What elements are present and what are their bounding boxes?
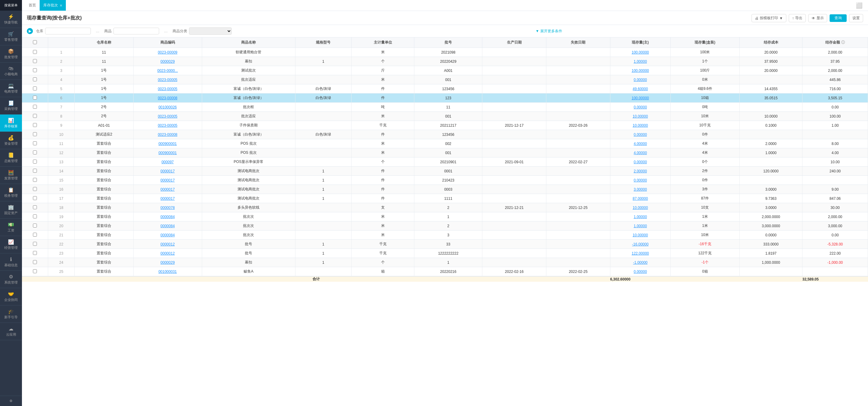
row-checkbox[interactable]: [22, 267, 48, 276]
sidebar-item-purchase[interactable]: 🧾 采购管理: [0, 97, 22, 114]
row-qty-main: 0.00000: [610, 158, 671, 167]
row-checkbox[interactable]: [22, 231, 48, 240]
sidebar-item-ledger[interactable]: 📒 总账管理: [0, 149, 22, 167]
row-code: 0000084: [133, 212, 202, 222]
sidebar-item-small-ecom[interactable]: 🛍 小额电商: [0, 63, 22, 80]
sidebar-item-ecom[interactable]: 💻 电商管理: [0, 80, 22, 97]
row-name: 子件保质期: [202, 121, 295, 130]
sidebar-item-cloud[interactable]: ☁ 云应用: [0, 323, 22, 340]
sidebar-item-system[interactable]: ⚙ 系统管理: [0, 271, 22, 288]
row-amount: 2,000.00: [802, 66, 868, 75]
row-checkbox[interactable]: [22, 194, 48, 203]
row-amount: 100.00: [802, 112, 868, 121]
row-name: 测试电商批次: [202, 185, 295, 194]
system-icon: ⚙: [1, 274, 21, 280]
sidebar-item-mgmt[interactable]: 📈 经营管理: [0, 236, 22, 253]
row-checkbox[interactable]: [22, 84, 48, 94]
row-checkbox[interactable]: [22, 139, 48, 148]
row-checkbox[interactable]: [22, 185, 48, 194]
row-checkbox[interactable]: [22, 222, 48, 231]
row-warehouse: 置套综合: [75, 158, 133, 167]
sidebar-item-base[interactable]: ℹ 基础信息: [0, 253, 22, 271]
row-unit: 个: [351, 258, 414, 267]
sidebar-item-finance[interactable]: 💰 资金管理: [0, 132, 22, 149]
top-nav-max[interactable]: ⬜: [854, 2, 865, 9]
sidebar-item-invoice[interactable]: 🧮 发票管理: [0, 167, 22, 184]
row-warehouse: 置套综合: [75, 267, 133, 276]
tab-close-btn[interactable]: ×: [60, 3, 62, 8]
sidebar-logo[interactable]: 搜索菜单: [0, 0, 22, 11]
row-checkbox[interactable]: [22, 212, 48, 222]
search-btn[interactable]: 查询: [830, 14, 847, 22]
table-row: 18 置套综合 0000078 多头异色软线 支 2 2021-12-21 20…: [22, 203, 868, 212]
category-select[interactable]: [189, 27, 232, 35]
row-batch: 001: [414, 148, 482, 158]
top-nav-home[interactable]: 首页: [25, 0, 40, 11]
row-unit: 千克: [351, 249, 414, 258]
sidebar-item-retail[interactable]: 🛒 零售管理: [0, 28, 22, 45]
row-checkbox[interactable]: [22, 66, 48, 75]
settings-btn[interactable]: 设置: [849, 14, 863, 22]
select-all-checkbox[interactable]: [33, 40, 37, 44]
print-btn[interactable]: 🖨 按模板打印 ▼: [751, 14, 786, 22]
expand-btn[interactable]: ▶: [27, 28, 33, 34]
row-qty-box: 10米: [671, 231, 739, 240]
row-checkbox[interactable]: [22, 103, 48, 112]
row-checkbox[interactable]: [22, 57, 48, 66]
top-nav-tab[interactable]: 库存批次 ×: [40, 0, 66, 11]
row-checkbox[interactable]: [22, 167, 48, 176]
sidebar-item-salary[interactable]: 💵 工资: [0, 219, 22, 236]
row-checkbox[interactable]: [22, 75, 48, 84]
sidebar-item-guide[interactable]: 🎓 新手引导: [0, 305, 22, 323]
sidebar-item-assets[interactable]: 🏢 固定资产: [0, 201, 22, 219]
row-cost: [739, 130, 802, 139]
row-warehouse: 置套综合: [75, 258, 133, 267]
sidebar-item-wholesale[interactable]: 📦 批发管理: [0, 45, 22, 63]
row-prod-date: [482, 167, 546, 176]
expand-conditions-btn[interactable]: ▼ 展开更多条件: [536, 29, 562, 34]
tax-icon: 📋: [1, 187, 21, 193]
row-exp-date: [546, 212, 610, 222]
col-qty-main: 现存量(主): [610, 37, 671, 48]
row-checkbox[interactable]: [22, 112, 48, 121]
row-name: POS 批次: [202, 139, 295, 148]
warehouse-ellipsis[interactable]: …: [94, 28, 101, 34]
row-checkbox[interactable]: [22, 258, 48, 267]
row-checkbox[interactable]: [22, 176, 48, 185]
row-exp-date: [546, 103, 610, 112]
row-cost: 20.0000: [739, 48, 802, 57]
row-exp-date: [546, 194, 610, 203]
export-btn[interactable]: ↑ 导出: [789, 14, 806, 22]
sidebar-item-tax[interactable]: 📋 税务管理: [0, 184, 22, 201]
row-checkbox[interactable]: [22, 249, 48, 258]
col-checkbox[interactable]: [22, 37, 48, 48]
amount-info-icon[interactable]: ⓘ: [841, 40, 845, 44]
row-unit: 件: [351, 194, 414, 203]
warehouse-input[interactable]: [45, 28, 91, 34]
row-checkbox[interactable]: [22, 203, 48, 212]
row-checkbox[interactable]: [22, 48, 48, 57]
row-checkbox[interactable]: [22, 148, 48, 158]
row-code: 0023-00008: [133, 94, 202, 103]
row-warehouse: 2号: [75, 103, 133, 112]
footer-empty2: [739, 276, 802, 282]
row-unit: 千克: [351, 240, 414, 249]
sidebar-item-inventory[interactable]: 📊 库存核算: [0, 114, 22, 132]
row-checkbox[interactable]: [22, 158, 48, 167]
row-prod-date: [482, 240, 546, 249]
row-checkbox[interactable]: [22, 94, 48, 103]
sidebar-settings-btn[interactable]: ⚙: [0, 396, 22, 406]
row-checkbox[interactable]: [22, 130, 48, 139]
product-input[interactable]: [114, 28, 159, 34]
sidebar-item-collab[interactable]: 🤝 企业协同: [0, 288, 22, 305]
row-checkbox[interactable]: [22, 240, 48, 249]
sidebar-item-nav[interactable]: ⚡ 快捷导航: [0, 11, 22, 28]
row-checkbox[interactable]: [22, 121, 48, 130]
table-row: 20 置套综合 0000084 批次次 米 2 1.00000 1米 3,000…: [22, 222, 868, 231]
row-qty-main: 4.00000: [610, 148, 671, 158]
row-qty-main: 87.00000: [610, 194, 671, 203]
row-num: 4: [48, 75, 74, 84]
row-exp-date: [546, 66, 610, 75]
show-btn[interactable]: 👁 显示: [808, 14, 827, 22]
product-ellipsis[interactable]: …: [162, 28, 169, 34]
